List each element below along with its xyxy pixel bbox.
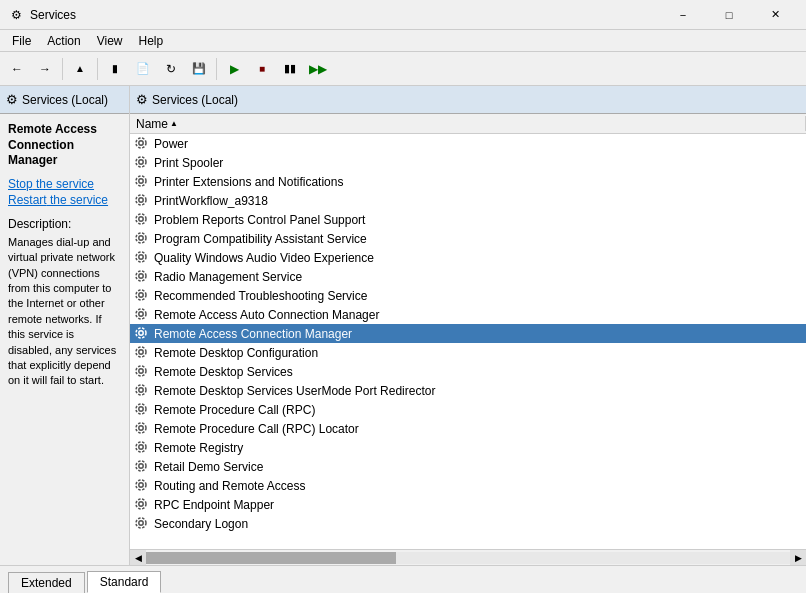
- service-name: Remote Desktop Services UserMode Port Re…: [154, 384, 802, 398]
- service-name: Remote Access Connection Manager: [154, 327, 802, 341]
- service-name: Remote Procedure Call (RPC): [154, 403, 802, 417]
- service-name: Radio Management Service: [154, 270, 802, 284]
- svg-point-24: [139, 368, 143, 372]
- list-item[interactable]: Printer Extensions and Notifications: [130, 172, 806, 191]
- list-item[interactable]: Program Compatibility Assistant Service: [130, 229, 806, 248]
- menu-view[interactable]: View: [89, 32, 131, 50]
- service-name: Secondary Logon: [154, 517, 802, 531]
- services-list[interactable]: PowerPrint SpoolerPrinter Extensions and…: [130, 134, 806, 549]
- svg-point-14: [139, 273, 143, 277]
- list-item[interactable]: Remote Registry: [130, 438, 806, 457]
- service-name: Quality Windows Audio Video Experience: [154, 251, 802, 265]
- name-column-header[interactable]: Name ▲: [130, 116, 806, 131]
- start-button[interactable]: ▶: [221, 56, 247, 82]
- service-name: Power: [154, 137, 802, 151]
- gear-icon: [134, 174, 150, 190]
- scroll-thumb[interactable]: [146, 552, 396, 564]
- svg-point-38: [139, 501, 143, 505]
- list-item[interactable]: PrintWorkflow_a9318: [130, 191, 806, 210]
- list-item[interactable]: Remote Access Connection Manager: [130, 324, 806, 343]
- scroll-left-button[interactable]: ◀: [130, 550, 146, 566]
- description-label: Description:: [8, 217, 121, 231]
- horizontal-scrollbar[interactable]: ◀ ▶: [130, 549, 806, 565]
- service-name: Remote Desktop Configuration: [154, 346, 802, 360]
- properties-button[interactable]: 📄: [130, 56, 156, 82]
- list-item[interactable]: Secondary Logon: [130, 514, 806, 533]
- service-name: Remote Access Auto Connection Manager: [154, 308, 802, 322]
- export-button[interactable]: 💾: [186, 56, 212, 82]
- svg-point-32: [139, 444, 143, 448]
- window-title: Services: [30, 8, 76, 22]
- list-item[interactable]: Remote Procedure Call (RPC) Locator: [130, 419, 806, 438]
- app-icon: ⚙: [8, 7, 24, 23]
- gear-icon: [134, 307, 150, 323]
- tab-extended[interactable]: Extended: [8, 572, 85, 593]
- stop-link[interactable]: Stop the service: [8, 177, 121, 191]
- maximize-button[interactable]: □: [706, 0, 752, 30]
- menu-file[interactable]: File: [4, 32, 39, 50]
- menu-action[interactable]: Action: [39, 32, 88, 50]
- list-item[interactable]: Recommended Troubleshooting Service: [130, 286, 806, 305]
- list-item[interactable]: Print Spooler: [130, 153, 806, 172]
- title-bar: ⚙ Services − □ ✕: [0, 0, 806, 30]
- svg-point-16: [139, 292, 143, 296]
- forward-button[interactable]: →: [32, 56, 58, 82]
- main-area: ⚙ Services (Local) Remote Access Connect…: [0, 86, 806, 565]
- svg-point-8: [139, 216, 143, 220]
- show-hide-button[interactable]: ▮: [102, 56, 128, 82]
- pause-button[interactable]: ▮▮: [277, 56, 303, 82]
- list-item[interactable]: Quality Windows Audio Video Experience: [130, 248, 806, 267]
- list-item[interactable]: RPC Endpoint Mapper: [130, 495, 806, 514]
- stop-button[interactable]: ■: [249, 56, 275, 82]
- svg-point-0: [139, 140, 143, 144]
- list-item[interactable]: Remote Access Auto Connection Manager: [130, 305, 806, 324]
- left-panel-content: Remote Access Connection Manager Stop th…: [0, 114, 129, 565]
- list-item[interactable]: Remote Desktop Configuration: [130, 343, 806, 362]
- description-text: Manages dial-up and virtual private netw…: [8, 235, 121, 389]
- service-name: PrintWorkflow_a9318: [154, 194, 802, 208]
- scroll-right-button[interactable]: ▶: [790, 550, 806, 566]
- status-bar: Extended Standard: [0, 565, 806, 593]
- service-name: Retail Demo Service: [154, 460, 802, 474]
- back-button[interactable]: ←: [4, 56, 30, 82]
- minimize-button[interactable]: −: [660, 0, 706, 30]
- svg-point-40: [139, 520, 143, 524]
- svg-point-2: [139, 159, 143, 163]
- gear-icon: [134, 269, 150, 285]
- gear-icon: [134, 497, 150, 513]
- svg-point-36: [139, 482, 143, 486]
- svg-point-39: [136, 499, 146, 509]
- svg-point-10: [139, 235, 143, 239]
- list-item[interactable]: Power: [130, 134, 806, 153]
- svg-point-4: [139, 178, 143, 182]
- svg-point-7: [136, 195, 146, 205]
- resume-button[interactable]: ▶▶: [305, 56, 331, 82]
- tab-standard[interactable]: Standard: [87, 571, 162, 593]
- list-item[interactable]: Radio Management Service: [130, 267, 806, 286]
- toolbar: ← → ▲ ▮ 📄 ↻ 💾 ▶ ■ ▮▮ ▶▶: [0, 52, 806, 86]
- separator-2: [97, 58, 98, 80]
- window-controls: − □ ✕: [660, 0, 798, 30]
- list-item[interactable]: Routing and Remote Access: [130, 476, 806, 495]
- gear-icon: [134, 345, 150, 361]
- up-button[interactable]: ▲: [67, 56, 93, 82]
- svg-point-1: [136, 138, 146, 148]
- list-item[interactable]: Problem Reports Control Panel Support: [130, 210, 806, 229]
- service-name: Print Spooler: [154, 156, 802, 170]
- scroll-track[interactable]: [146, 552, 790, 564]
- svg-point-5: [136, 176, 146, 186]
- gear-icon: [134, 231, 150, 247]
- menu-help[interactable]: Help: [131, 32, 172, 50]
- close-button[interactable]: ✕: [752, 0, 798, 30]
- left-panel-header: ⚙ Services (Local): [0, 86, 129, 114]
- list-item[interactable]: Remote Desktop Services UserMode Port Re…: [130, 381, 806, 400]
- svg-point-20: [139, 330, 143, 334]
- list-item[interactable]: Remote Desktop Services: [130, 362, 806, 381]
- right-panel-title: Services (Local): [152, 93, 238, 107]
- svg-point-41: [136, 518, 146, 528]
- refresh-button[interactable]: ↻: [158, 56, 184, 82]
- list-item[interactable]: Retail Demo Service: [130, 457, 806, 476]
- restart-link[interactable]: Restart the service: [8, 193, 121, 207]
- svg-point-21: [136, 328, 146, 338]
- list-item[interactable]: Remote Procedure Call (RPC): [130, 400, 806, 419]
